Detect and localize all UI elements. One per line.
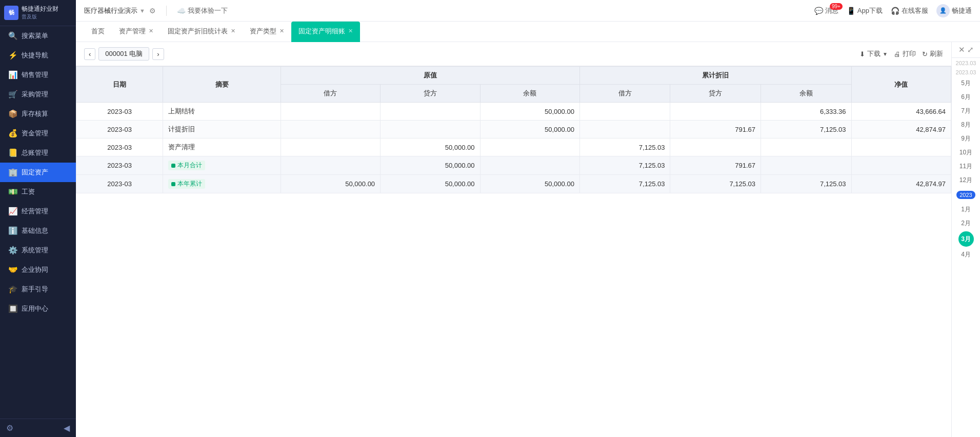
company-name: 医疗器械行业演示 [84,6,137,15]
td-accum-debit [579,103,670,121]
download-btn[interactable]: ⬇ 下载 ▼ [859,49,888,58]
table-row[interactable]: 2023-03 上期结转 50,000.00 6,333.36 43,666.6… [76,103,951,121]
timeline-month-item[interactable]: 12月 [959,173,972,187]
sidebar-item-basicinfo[interactable]: ℹ️ 基础信息 [0,221,76,241]
user-profile[interactable]: 👤 畅捷通 [936,4,972,17]
tab-fixed-depreciation[interactable]: 固定资产折旧统计表 ✕ [161,22,243,42]
table-row[interactable]: 2023-03 计提折旧 50,000.00 791.67 7,125.03 4… [76,121,951,138]
tab-asset-mgmt[interactable]: 资产管理 ✕ [112,22,161,42]
tab-asset-type[interactable]: 资产类型 ✕ [243,22,291,42]
timeline-month-item[interactable]: 7月 [959,104,972,118]
timeline-month-item[interactable]: 10月 [959,146,972,160]
collapse-icon[interactable]: ◀ [64,423,70,433]
tab-home[interactable]: 首页 [84,22,112,42]
td-orig-debit [281,103,380,121]
tab-fixed-dep-close[interactable]: ✕ [231,28,235,34]
sidebar-item-corp[interactable]: 🤝 企业协同 [0,260,76,280]
inventory-icon: 📦 [8,109,17,118]
tab-asset-type-close[interactable]: ✕ [279,28,284,34]
table-row[interactable]: 2023-03 本年累计 50,000.00 50,000.00 50,000.… [76,175,951,193]
td-orig-debit [281,156,380,175]
company-dropdown-icon: ▼ [139,8,145,14]
sidebar-item-search[interactable]: 🔍 搜索菜单 [0,26,76,46]
sidebar-item-guide[interactable]: 🎓 新手引导 [0,280,76,299]
ledger-toolbar: ‹ 000001 电脑 › ⬇ 下载 ▼ 🖨 打印 ↻ [76,42,951,66]
timeline-month-item[interactable]: 9月 [959,132,972,146]
td-orig-credit: 50,000.00 [381,138,480,156]
print-label: 打印 [903,49,916,58]
td-accum-debit [579,121,670,138]
timeline-month-item[interactable]: 4月 [958,248,974,262]
timeline-expand-btn[interactable]: ⤢ [967,45,974,54]
td-net [851,138,951,156]
td-orig-credit: 50,000.00 [381,156,480,175]
sidebar-item-fixedasset[interactable]: 🏢 固定资产 [0,163,76,182]
sidebar-item-ledger[interactable]: 📒 总账管理 [0,143,76,163]
th-accum-debit: 借方 [579,85,670,103]
timeline-months-before: 5月6月7月8月9月10月11月12月 [959,76,972,187]
sidebar-item-sysmanage[interactable]: ⚙️ 系统管理 [0,241,76,260]
sidebar-item-salary[interactable]: 💵 工资 [0,182,76,202]
trial-experience[interactable]: ☁️ 我要体验一下 [177,6,228,15]
customer-service-label: 在线客服 [902,6,928,15]
sidebar-item-funds[interactable]: 💰 资金管理 [0,124,76,143]
sidebar-item-label: 销售管理 [22,70,48,80]
customer-service-btn[interactable]: 🎧 在线客服 [891,6,928,15]
tab-fixed-detail-close[interactable]: ✕ [348,28,353,34]
td-orig-balance [480,138,579,156]
td-accum-balance: 7,125.03 [761,175,851,193]
td-accum-balance [761,156,851,175]
timeline-month-item[interactable]: 11月 [959,160,972,173]
sidebar-item-purchase[interactable]: 🛒 采购管理 [0,85,76,104]
sidebar-item-sales[interactable]: 📊 销售管理 [0,65,76,85]
sidebar-item-appstore[interactable]: 🔲 应用中心 [0,299,76,319]
timeline-close-btn[interactable]: ✕ [958,45,965,54]
timeline-month-item[interactable]: 6月 [959,90,972,104]
sidebar-nav: 🔍 搜索菜单 ⚡ 快捷导航 📊 销售管理 🛒 采购管理 📦 库存核算 💰 资金管… [0,26,76,419]
table-row[interactable]: 2023-03 本月合计 50,000.00 7,125.03 791.67 [76,156,951,175]
company-selector[interactable]: 医疗器械行业演示 ▼ ⚙ [84,6,156,15]
topbar: 医疗器械行业演示 ▼ ⚙ ☁️ 我要体验一下 💬 消息 99+ 📱 App下载 … [76,0,980,22]
settings-icon[interactable]: ⚙ [6,423,13,433]
next-asset-btn[interactable]: › [152,48,164,60]
sidebar-header: 畅 畅捷通好业财 普及版 [0,0,76,26]
td-accum-balance: 7,125.03 [761,121,851,138]
timeline-month-item[interactable]: 5月 [959,76,972,90]
th-orig-balance: 余额 [480,85,579,103]
tab-fixed-detail[interactable]: 固定资产明细账 ✕ [291,22,360,42]
avatar: 👤 [936,4,950,17]
timeline-month-item[interactable]: 8月 [959,118,972,132]
messages-btn[interactable]: 💬 消息 99+ [814,6,838,15]
sidebar-item-label: 库存核算 [22,109,48,118]
td-accum-debit: 7,125.03 [579,175,670,193]
th-net: 净值 [851,67,951,103]
th-accum-balance: 余额 [761,85,851,103]
td-accum-credit: 7,125.03 [670,175,761,193]
print-btn[interactable]: 🖨 打印 [894,49,916,58]
timeline-top-btns: ✕ ⤢ [952,42,980,58]
timeline-month-item[interactable]: 2月 [958,216,974,230]
td-date: 2023-03 [76,156,163,175]
refresh-icon: ↻ [922,50,928,58]
tab-asset-mgmt-label: 资产管理 [119,27,146,36]
prev-asset-btn[interactable]: ‹ [84,48,95,60]
download-icon: ⬇ [859,50,865,58]
ledger-icon: 📒 [8,148,17,157]
th-summary: 摘要 [163,67,281,103]
sidebar-item-quicknav[interactable]: ⚡ 快捷导航 [0,46,76,65]
timeline-month-item[interactable]: 3月 [958,231,974,247]
sidebar-item-inventory[interactable]: 📦 库存核算 [0,104,76,124]
tab-asset-type-label: 资产类型 [250,27,276,36]
sidebar-item-bizmanage[interactable]: 📈 经营管理 [0,202,76,221]
timeline-month-item[interactable]: 1月 [958,203,974,216]
sidebar-item-label: 总账管理 [22,148,48,157]
table-row[interactable]: 2023-03 资产清理 50,000.00 7,125.03 [76,138,951,156]
settings-gear-icon[interactable]: ⚙ [149,7,156,15]
app-download-btn[interactable]: 📱 App下载 [847,6,883,15]
appstore-icon: 🔲 [8,304,17,313]
tab-asset-mgmt-close[interactable]: ✕ [149,28,153,34]
download-dropdown-icon: ▼ [883,51,888,57]
ledger-nav: ‹ 000001 电脑 › [84,47,164,61]
td-orig-balance: 50,000.00 [480,175,579,193]
refresh-btn[interactable]: ↻ 刷新 [922,49,943,58]
